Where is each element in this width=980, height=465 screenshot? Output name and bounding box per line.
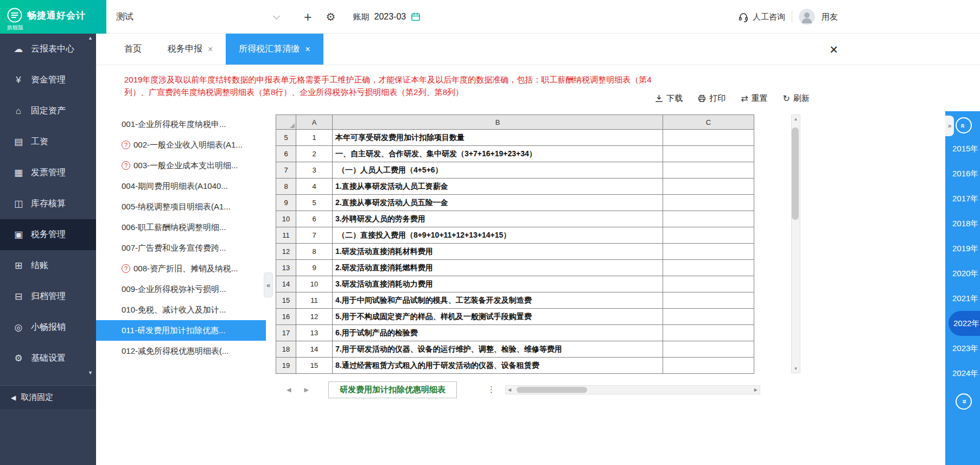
cell-a[interactable]: 7 <box>296 227 333 244</box>
cell-c[interactable] <box>663 195 754 211</box>
sidebar-item[interactable]: ☁ 云报表中心 <box>0 34 96 65</box>
report-list-item[interactable]: ? 011-研发费用加计扣除优惠... <box>96 320 266 341</box>
row-number-cell[interactable]: 15 <box>276 292 296 309</box>
report-list-item[interactable]: ? 008-资产折旧、摊销及纳税... <box>96 258 266 279</box>
sidebar-item[interactable]: ▣ 税务管理 <box>0 219 96 250</box>
sheet-tab[interactable]: 研发费用加计扣除优惠明细表 <box>328 381 457 398</box>
print-button[interactable]: 打印 <box>698 93 726 104</box>
cell-a[interactable]: 10 <box>296 276 333 292</box>
report-list-item[interactable]: ? 010-免税、减计收入及加计... <box>96 300 266 320</box>
cell-b[interactable]: 1.研发活动直接消耗材料费用 <box>333 244 663 260</box>
report-list-item[interactable]: ? 009-企业所得税弥补亏损明... <box>96 279 266 300</box>
horizontal-scrollbar-thumb[interactable] <box>517 387 587 393</box>
sidebar-item[interactable]: ⌂ 固定资产 <box>0 95 96 126</box>
row-number-cell[interactable]: 17 <box>276 325 296 341</box>
cell-c[interactable] <box>663 130 754 146</box>
sidebar-scroll-down-icon[interactable]: ▼ <box>88 370 93 375</box>
cell-c[interactable] <box>663 276 754 292</box>
report-list-item[interactable]: ? 005-纳税调整项目明细表(A1... <box>96 196 266 217</box>
cell-b[interactable]: 3.研发活动直接消耗动力费用 <box>333 276 663 292</box>
cell-a[interactable]: 14 <box>296 341 333 358</box>
year-item[interactable]: 2023年 <box>945 336 980 361</box>
row-number-cell[interactable]: 8 <box>276 179 296 195</box>
column-header-b[interactable]: B <box>333 115 663 130</box>
year-item[interactable]: 2017年 <box>945 186 980 211</box>
row-number-cell[interactable]: 11 <box>276 227 296 244</box>
add-button[interactable]: + <box>304 10 312 24</box>
cell-c[interactable] <box>663 309 754 325</box>
report-list-item[interactable]: ? 001-企业所得税年度纳税申... <box>96 114 266 135</box>
year-item[interactable]: 2019年 <box>945 236 980 261</box>
row-number-cell[interactable]: 16 <box>276 309 296 325</box>
report-list-item[interactable]: ? 006-职工薪酬纳税调整明细... <box>96 217 266 238</box>
row-number-cell[interactable]: 5 <box>276 130 296 146</box>
column-header-a[interactable]: A <box>296 115 333 130</box>
cell-a[interactable]: 12 <box>296 309 333 325</box>
report-list-item[interactable]: ? 004-期间费用明细表(A1040... <box>96 176 266 196</box>
scroll-up-icon[interactable]: ▲ <box>794 117 798 122</box>
column-header-c[interactable]: C <box>663 115 754 130</box>
sidebar-scroll-up-icon[interactable]: ▲ <box>88 35 93 41</box>
collapse-panel-handle[interactable]: « <box>264 272 273 297</box>
report-list-item[interactable]: ? 002-一般企业收入明细表(A1... <box>96 135 266 155</box>
avatar[interactable] <box>799 9 815 25</box>
cell-c[interactable] <box>663 325 754 341</box>
cell-c[interactable] <box>663 179 754 195</box>
tab[interactable]: 所得税汇算清缴 × <box>226 34 323 65</box>
row-number-cell[interactable]: 9 <box>276 195 296 211</box>
year-item[interactable]: 2022年 <box>949 311 980 336</box>
cell-a[interactable]: 5 <box>296 195 333 211</box>
gear-icon[interactable]: ⚙ <box>326 11 336 22</box>
cell-a[interactable]: 11 <box>296 292 333 309</box>
cell-a[interactable]: 4 <box>296 179 333 195</box>
workspace-select[interactable]: 测试 <box>116 11 279 23</box>
sidebar-item[interactable]: ◫ 库存核算 <box>0 188 96 219</box>
row-number-cell[interactable]: 10 <box>276 211 296 227</box>
expand-panel-handle[interactable]: » <box>945 116 954 136</box>
cell-a[interactable]: 2 <box>296 146 333 162</box>
sidebar-item[interactable]: ⚙ 基础设置 <box>0 343 96 374</box>
cell-a[interactable]: 3 <box>296 162 333 179</box>
close-tabs-button[interactable]: × <box>830 34 838 65</box>
accounting-period[interactable]: 账期 2023-03 <box>353 12 421 22</box>
cell-a[interactable]: 13 <box>296 325 333 341</box>
tab-close-icon[interactable]: × <box>208 44 213 54</box>
scroll-down-icon[interactable]: ▼ <box>794 366 798 371</box>
row-number-cell[interactable]: 18 <box>276 341 296 358</box>
more-icon[interactable]: ⋮ <box>487 385 495 394</box>
sidebar-item[interactable]: ⊟ 归档管理 <box>0 281 96 312</box>
cell-c[interactable] <box>663 227 754 244</box>
user-name[interactable]: 用友 <box>822 12 838 22</box>
year-item[interactable]: 2015年 <box>945 136 980 161</box>
year-item[interactable]: 2024年 <box>945 361 980 386</box>
years-scroll-up-button[interactable]: « <box>956 117 972 133</box>
year-item[interactable]: 2021年 <box>945 286 980 311</box>
year-item[interactable]: 2020年 <box>945 261 980 286</box>
cell-a[interactable]: 8 <box>296 244 333 260</box>
reset-button[interactable]: ⇄ 重置 <box>741 93 767 104</box>
cell-b[interactable]: 一、自主研发、合作研发、集中研发（3+7+16+19+23+34） <box>333 146 663 162</box>
row-number-cell[interactable]: 7 <box>276 162 296 179</box>
cell-b[interactable]: 2.研发活动直接消耗燃料费用 <box>333 260 663 276</box>
report-list-item[interactable]: ? 003-一般企业成本支出明细... <box>96 155 266 176</box>
tab[interactable]: 首页 × <box>111 34 155 65</box>
refresh-button[interactable]: ↻ 刷新 <box>783 93 810 104</box>
report-list-item[interactable]: ? 012-减免所得税优惠明细表(... <box>96 341 266 361</box>
cell-b[interactable]: 4.用于中间试验和产品试制的模具、工艺装备开发及制造费 <box>333 292 663 309</box>
row-number-cell[interactable]: 19 <box>276 358 296 374</box>
sheet-prev-icon[interactable]: ◀ <box>287 386 291 393</box>
scroll-right-icon[interactable]: ▶ <box>754 387 758 392</box>
cell-b[interactable]: 6.用于试制产品的检验费 <box>333 325 663 341</box>
cell-b[interactable]: 1.直接从事研发活动人员工资薪金 <box>333 179 663 195</box>
support-button[interactable]: 人工咨询 <box>738 11 785 22</box>
cell-c[interactable] <box>663 146 754 162</box>
row-number-cell[interactable]: 6 <box>276 146 296 162</box>
unpin-sidebar-button[interactable]: ◀ 取消固定 <box>0 385 96 409</box>
cell-a[interactable]: 15 <box>296 358 333 374</box>
report-list-item[interactable]: ? 007-广告费和业务宣传费跨... <box>96 238 266 258</box>
year-item[interactable]: 2016年 <box>945 161 980 186</box>
cell-c[interactable] <box>663 244 754 260</box>
row-number-cell[interactable]: 14 <box>276 276 296 292</box>
grid-corner-cell[interactable] <box>276 115 296 130</box>
cell-b[interactable]: 7.用于研发活动的仪器、设备的运行维护、调整、检验、维修等费用 <box>333 341 663 358</box>
